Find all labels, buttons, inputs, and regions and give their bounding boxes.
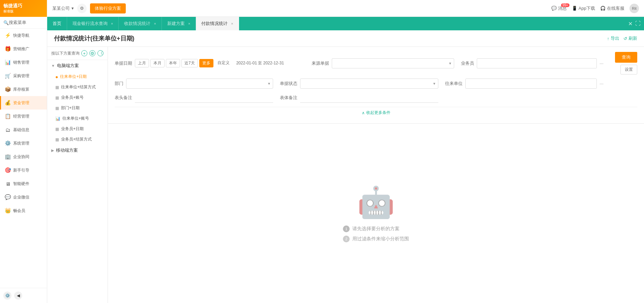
sidebar-item-finance[interactable]: 💰 资金管理 — [0, 96, 47, 110]
tab-close-all-icon[interactable]: ✕ — [628, 21, 633, 27]
app-download-label: App下载 — [579, 5, 595, 11]
app-version: 标准版 — [3, 9, 22, 14]
tab-new-scheme-close[interactable]: × — [188, 22, 190, 26]
filter-row-2: 部门 ▾ 单据状态 ▾ 往来单位 — [115, 79, 637, 89]
filter-body-note-item: 表体备注 — [280, 93, 438, 103]
scheme-item-staff-date[interactable]: ▦ 业务员+日期 — [47, 124, 108, 134]
sidebar-item-wechat[interactable]: 💬 企业微信 — [0, 190, 47, 204]
scheme-panel-actions: + ⚙ 《 — [81, 50, 104, 56]
tip-num-2: 2 — [343, 236, 350, 242]
scheme-item-unit-settle[interactable]: ▦ 往来单位+结算方式 — [47, 82, 108, 92]
scheme-collapse-button[interactable]: 《 — [97, 50, 104, 56]
message-icon: 💬 — [551, 6, 557, 11]
query-button[interactable]: 查询 — [615, 52, 637, 63]
staff-ellipsis-button[interactable]: ··· — [599, 61, 604, 66]
message-button[interactable]: 💬 消息 99+ — [551, 5, 567, 11]
sidebar-settings-icon[interactable]: ⚙️ — [3, 292, 11, 300]
app-download-button[interactable]: 📱 App下载 — [572, 5, 595, 11]
page-header: 付款情况统计(往来单位+日期) ↑ 导出 ↺ 刷新 — [47, 30, 644, 47]
header-left: 某某公司 ▾ ⚙ 体验行业方案 — [52, 3, 126, 13]
empty-state: 🤖 1 请先选择要分析的方案 2 用过滤条件来缩小分析范围 — [108, 124, 644, 303]
filter-source-item: 来源单据 ▾ — [312, 58, 454, 68]
filter-dept-item: 部门 ▾ — [115, 79, 273, 89]
filter-unit-item: 往来单位 ··· — [445, 79, 604, 89]
scheme-group-header-mobile[interactable]: ▶ 移动端方案 — [47, 145, 108, 156]
sidebar-guide-label: 新手引导 — [13, 168, 29, 173]
filter-settings-button[interactable]: 设置 — [620, 65, 637, 74]
online-service-label: 在线客服 — [607, 5, 624, 11]
staff-select[interactable] — [477, 58, 597, 68]
sidebar-operations-label: 经营管理 — [13, 114, 29, 119]
staff-label: 业务员 — [461, 60, 474, 66]
scheme-item-staff-settle[interactable]: ▦ 业务员+结算方式 — [47, 134, 108, 145]
sidebar-item-quick-nav[interactable]: ⚡ 快捷导航 — [0, 29, 47, 42]
dept-select[interactable]: ▾ — [126, 79, 273, 89]
scheme-add-button[interactable]: + — [81, 50, 87, 56]
unit-date-icon: ● — [55, 74, 58, 80]
trial-button[interactable]: 体验行业方案 — [90, 3, 126, 13]
tab-home-label: 首页 — [53, 21, 61, 27]
user-avatar[interactable]: Rit — [630, 4, 639, 13]
date-btn-this-month[interactable]: 本月 — [150, 59, 165, 67]
staff-account-icon: ▦ — [55, 95, 59, 100]
tab-payments[interactable]: 付款情况统计 × — [196, 17, 239, 30]
sidebar-item-sales[interactable]: 📊 销售管理 — [0, 56, 47, 69]
unit-select[interactable] — [465, 79, 597, 89]
sidebar-hardware-label: 智能硬件 — [13, 181, 29, 187]
date-btn-last-month[interactable]: 上月 — [135, 59, 149, 67]
sidebar-item-system[interactable]: ⚙️ 系统管理 — [0, 137, 47, 150]
source-select[interactable]: ▾ — [332, 58, 454, 68]
header-note-label: 表头备注 — [115, 95, 132, 101]
system-icon: ⚙️ — [4, 140, 11, 147]
purchase-icon: 🛒 — [4, 72, 11, 79]
scheme-item-staff-account[interactable]: ▦ 业务员+账号 — [47, 92, 108, 103]
sidebar-item-enterprise[interactable]: 🏢 企业协同 — [0, 150, 47, 163]
date-btn-custom[interactable]: 自定义 — [215, 59, 232, 67]
tab-bar-actions: ✕ ⛶ — [625, 17, 644, 30]
search-icon: 🔍 — [3, 20, 9, 25]
quick-nav-icon: ⚡ — [4, 32, 11, 39]
sidebar-item-hardware[interactable]: 🖥 智能硬件 — [0, 177, 47, 190]
tab-receipts[interactable]: 收款情况统计 × — [119, 17, 162, 30]
body-note-input[interactable] — [300, 93, 438, 103]
scheme-item-unit-account[interactable]: 📊 往来单位+账号 — [47, 113, 108, 124]
scheme-item-dept-date[interactable]: ▦ 部门+日期 — [47, 103, 108, 113]
sidebar-item-purchase[interactable]: 🛒 采购管理 — [0, 69, 47, 83]
date-btn-more[interactable]: 更多 — [199, 59, 213, 67]
tab-expand-icon[interactable]: ⛶ — [635, 21, 641, 27]
sidebar-item-marketing[interactable]: 🎁 营销推广 — [0, 42, 47, 56]
tab-home[interactable]: 首页 — [47, 17, 67, 30]
export-button[interactable]: ↑ 导出 — [607, 35, 620, 41]
tab-receipts-label: 收款情况统计 — [124, 21, 150, 27]
sidebar-item-guide[interactable]: 🎯 新手引导 — [0, 163, 47, 177]
date-btn-this-year[interactable]: 本年 — [166, 59, 180, 67]
tab-payments-close[interactable]: × — [231, 22, 233, 26]
tab-new-scheme-label: 新建方案 — [167, 21, 185, 27]
app-logo: 畅捷通巧 标准版 — [0, 0, 47, 17]
scheme-group-header-pc[interactable]: ▼ 电脑端方案 — [47, 60, 108, 71]
company-selector[interactable]: 某某公司 ▾ — [52, 5, 74, 11]
refresh-button[interactable]: ↺ 刷新 — [623, 35, 637, 41]
top-header: 某某公司 ▾ ⚙ 体验行业方案 💬 消息 99+ 📱 App下载 🎧 在线客服 … — [47, 0, 644, 17]
online-service-button[interactable]: 🎧 在线客服 — [600, 5, 624, 11]
content-area: 按以下方案查询 + ⚙ 《 ▼ 电脑端方案 ● 往来单位+日期 ▦ — [47, 47, 644, 303]
tab-receipts-close[interactable]: × — [154, 22, 156, 26]
sidebar-item-member[interactable]: 👑 畅会员 — [0, 204, 47, 217]
date-btn-last-7[interactable]: 近7天 — [181, 59, 198, 67]
scheme-item-unit-date[interactable]: ● 往来单位+日期 — [47, 71, 108, 82]
status-select[interactable]: ▾ — [300, 79, 438, 89]
sidebar-item-inventory[interactable]: 📦 库存核算 — [0, 83, 47, 96]
sidebar-item-operations[interactable]: 📋 经营管理 — [0, 110, 47, 123]
sidebar-item-basic-info[interactable]: 🗂 基础信息 — [0, 123, 47, 137]
tab-bank-close[interactable]: × — [111, 22, 113, 26]
unit-ellipsis-button[interactable]: ··· — [599, 81, 604, 86]
tab-bank[interactable]: 现金银行流水查询 × — [67, 17, 119, 30]
sidebar-finance-label: 资金管理 — [13, 100, 29, 106]
scheme-settings-button[interactable]: ⚙ — [89, 50, 95, 56]
collapse-more-button[interactable]: ∧ 收起更多条件 — [115, 107, 637, 118]
sidebar-item-search[interactable]: 🔍 搜索菜单 — [0, 17, 47, 29]
header-settings-button[interactable]: ⚙ — [77, 4, 87, 13]
tab-new-scheme[interactable]: 新建方案 × — [162, 17, 196, 30]
sidebar-collapse-icon[interactable]: ◀ — [14, 292, 22, 300]
header-note-input[interactable] — [135, 93, 273, 103]
